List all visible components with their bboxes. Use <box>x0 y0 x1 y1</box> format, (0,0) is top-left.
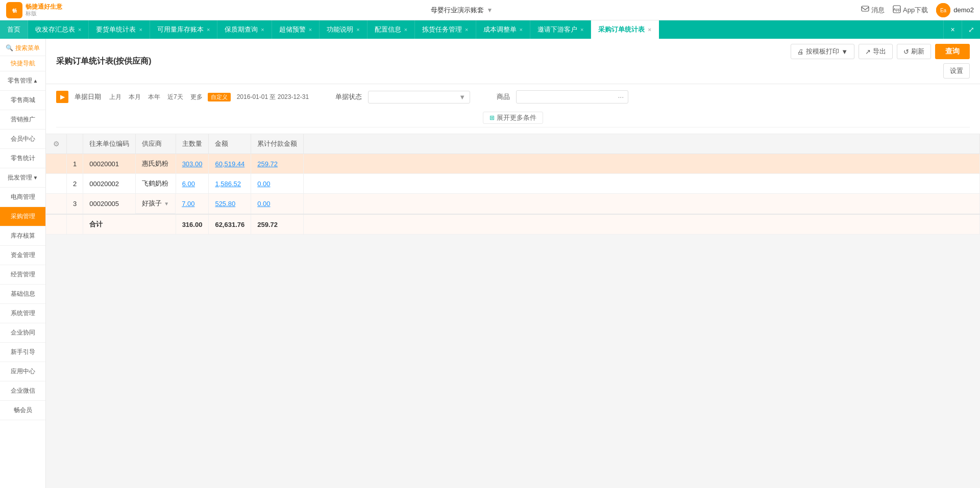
sidebar-item-new-guide-label: 新手引导 <box>11 348 35 356</box>
date-btn-last-month[interactable]: 上月 <box>107 92 124 102</box>
home-tab-label: 首页 <box>7 25 20 34</box>
date-btn-more[interactable]: 更多 <box>188 92 205 102</box>
tab-config[interactable]: 配置信息 × <box>368 20 415 39</box>
cell-paid-2[interactable]: 0.00 <box>251 174 304 194</box>
sidebar-search[interactable]: 🔍 搜索菜单 <box>0 41 45 56</box>
export-button[interactable]: ↗ 导出 <box>859 44 893 59</box>
sidebar-item-marketing[interactable]: 营销推广 <box>0 110 45 130</box>
sidebar-item-inventory[interactable]: 库存核算 <box>0 226 45 246</box>
app-download-button[interactable]: App App下载 <box>893 5 928 15</box>
footer-extra <box>304 214 980 235</box>
cell-amount-1[interactable]: 60,519.44 <box>209 154 251 174</box>
tab-invite-customer-label: 邀请下游客户 <box>537 25 577 34</box>
date-btn-this-month[interactable]: 本月 <box>127 92 143 102</box>
query-button[interactable]: 查询 <box>935 44 970 59</box>
status-select[interactable]: ▼ <box>368 91 470 104</box>
date-custom-badge[interactable]: 自定义 <box>208 93 231 101</box>
tab-expiry-query[interactable]: 保质期查询 × <box>217 20 272 39</box>
message-label: 消息 <box>871 6 885 15</box>
tab-overstock[interactable]: 超储预警 × <box>272 20 320 39</box>
supplier-dropdown-icon[interactable]: ▼ <box>164 201 169 207</box>
sidebar-item-retail-mgmt[interactable]: 零售管理 ▲ <box>0 71 45 91</box>
cell-quantity-3[interactable]: 7.00 <box>176 194 209 215</box>
sidebar-item-purchase[interactable]: 采购管理 <box>0 207 45 226</box>
tab-overstock-close[interactable]: × <box>309 27 312 33</box>
sidebar-item-operation[interactable]: 经营管理 <box>0 265 45 285</box>
wholesale-arrow-icon: ▼ <box>33 175 38 181</box>
sidebar-item-ecommerce[interactable]: 电商管理 <box>0 188 45 207</box>
tab-purchase-stat-close[interactable]: × <box>648 27 651 33</box>
date-btn-this-year[interactable]: 本年 <box>146 92 162 102</box>
tab-home[interactable]: 首页 <box>0 20 28 39</box>
cell-quantity-1[interactable]: 303.00 <box>176 154 209 174</box>
cell-amount-2[interactable]: 1,586.52 <box>209 174 251 194</box>
sidebar-item-ecommerce-label: 电商管理 <box>11 193 35 201</box>
tab-invite-customer[interactable]: 邀请下游客户 × <box>530 20 591 39</box>
table-row[interactable]: 1 00020001 惠氏奶粉 303.00 60,519.44 259.72 <box>46 154 980 174</box>
tab-purchase-stat[interactable]: 采购订单统计表 × <box>591 20 658 39</box>
th-gear: ⚙ <box>46 134 67 154</box>
sidebar-quick-nav[interactable]: 快捷导航 <box>0 56 45 71</box>
retail-mgmt-arrow-icon: ▲ <box>33 78 38 84</box>
tab-pick-task[interactable]: 拣货任务管理 × <box>415 20 476 39</box>
tab-inventory-book-close[interactable]: × <box>207 27 210 33</box>
cell-paid-1[interactable]: 259.72 <box>251 154 304 174</box>
expand-filter-button[interactable]: ⊞ 展开更多条件 <box>483 112 543 124</box>
tab-expiry-query-close[interactable]: × <box>261 27 264 33</box>
user-area[interactable]: Ea demo2 <box>936 3 974 17</box>
sidebar-item-basic-info[interactable]: 基础信息 <box>0 285 45 304</box>
tab-invite-customer-close[interactable]: × <box>580 27 583 33</box>
sidebar-item-member[interactable]: 会员中心 <box>0 130 45 149</box>
goods-input-field[interactable] <box>521 93 618 101</box>
tab-collect-pay-close[interactable]: × <box>78 27 81 33</box>
nav-close-button[interactable]: × <box>943 20 962 39</box>
settings-button[interactable]: 设置 <box>943 63 970 79</box>
tab-inventory-book[interactable]: 可用量库存账本 × <box>150 20 217 39</box>
tab-config-close[interactable]: × <box>404 27 407 33</box>
tab-cost-adjust[interactable]: 成本调整单 × <box>476 20 530 39</box>
sidebar-item-enterprise-wechat[interactable]: 企业微信 <box>0 381 45 401</box>
sidebar-item-retail-store[interactable]: 零售商城 <box>0 91 45 110</box>
tab-cost-adjust-close[interactable]: × <box>520 27 523 33</box>
tab-goods-stat-close[interactable]: × <box>139 27 142 33</box>
sidebar-item-retail-stat[interactable]: 零售统计 <box>0 149 45 168</box>
expand-filter-row: ⊞ 展开更多条件 <box>56 109 970 127</box>
tab-func-desc-label: 功能说明 <box>327 25 353 34</box>
table-header: ⚙ 往来单位编码 供应商 主数量 金额 累计付款金额 <box>46 134 980 154</box>
cell-quantity-2[interactable]: 6.00 <box>176 174 209 194</box>
tab-goods-stat[interactable]: 要货单统计表 × <box>89 20 150 39</box>
th-quantity: 主数量 <box>176 134 209 154</box>
filter-collapse-button[interactable]: ▶ <box>56 91 68 103</box>
nav-expand-button[interactable]: ⤢ <box>962 20 980 39</box>
tab-collect-pay[interactable]: 收发存汇总表 × <box>28 20 89 39</box>
th-supplier: 供应商 <box>136 134 176 154</box>
print-button[interactable]: 🖨 按模板打印 ▼ <box>791 44 854 59</box>
user-name: demo2 <box>953 6 974 14</box>
workspace-dropdown-icon[interactable]: ▼ <box>487 7 493 14</box>
goods-input[interactable]: ··· <box>516 90 628 104</box>
tab-func-desc-close[interactable]: × <box>356 27 359 33</box>
table-row[interactable]: 2 00020002 飞鹤奶粉 6.00 1,586.52 0.00 <box>46 174 980 194</box>
sidebar-item-member2[interactable]: 畅会员 <box>0 401 45 420</box>
cell-paid-3[interactable]: 0.00 <box>251 194 304 215</box>
sidebar-item-app-center[interactable]: 应用中心 <box>0 362 45 381</box>
workspace-area[interactable]: 母婴行业演示账套 ▼ <box>431 6 493 15</box>
gear-icon[interactable]: ⚙ <box>52 140 60 148</box>
logo-area: 畅 畅捷通好生意 标版 <box>6 2 62 18</box>
sidebar-item-wholesale[interactable]: 批发管理 ▼ <box>0 168 45 188</box>
sidebar-item-enterprise-coop[interactable]: 企业协同 <box>0 323 45 343</box>
layout: 🔍 搜索菜单 快捷导航 零售管理 ▲ 零售商城 营销推广 会员中心 零售统计 批… <box>0 39 980 488</box>
sidebar-item-finance[interactable]: 资金管理 <box>0 246 45 265</box>
tab-pick-task-close[interactable]: × <box>465 27 468 33</box>
sidebar-item-sys-mgmt[interactable]: 系统管理 <box>0 304 45 323</box>
message-button[interactable]: 消息 <box>861 5 885 15</box>
date-btn-7days[interactable]: 近7天 <box>165 92 185 102</box>
refresh-button[interactable]: ↺ 刷新 <box>897 44 931 59</box>
settings-label: 设置 <box>950 67 963 74</box>
sidebar-item-new-guide[interactable]: 新手引导 <box>0 343 45 362</box>
table-row[interactable]: 3 00020005 好孩子 ▼ 7.00 525.80 0.00 <box>46 194 980 215</box>
cell-amount-3[interactable]: 525.80 <box>209 194 251 215</box>
tab-func-desc[interactable]: 功能说明 × <box>320 20 367 39</box>
print-icon: 🖨 <box>797 48 804 56</box>
goods-input-more-icon[interactable]: ··· <box>618 93 624 101</box>
